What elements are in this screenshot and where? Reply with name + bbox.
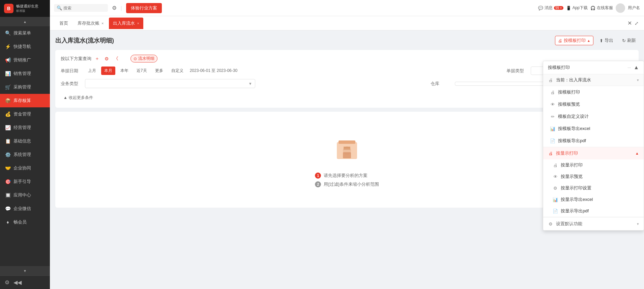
sidebar-bottom: ⚙ ◀◀ bbox=[0, 275, 50, 289]
dropdown-item-template-pdf[interactable]: 📄 按模板导出pdf bbox=[543, 135, 644, 147]
scroll-up-arrow[interactable]: ▲ bbox=[23, 19, 27, 24]
filter-collapse-icon[interactable]: 《 bbox=[112, 55, 120, 62]
sidebar-item-wechat[interactable]: 💬 企业微信 bbox=[0, 202, 50, 215]
filter-tag-group: ⊙ 流水明细 bbox=[130, 55, 157, 62]
sidebar-item-quicknav[interactable]: ⚡ 快捷导航 bbox=[0, 40, 50, 53]
sidebar-item-sales[interactable]: 📊 销售管理 bbox=[0, 67, 50, 80]
avatar[interactable] bbox=[616, 3, 625, 13]
sidebar-item-label: 基础信息 bbox=[13, 138, 31, 144]
tab-batch-label: 库存批次账 bbox=[78, 20, 99, 26]
current-printer-icon: 🖨 bbox=[548, 77, 553, 83]
tab-batch[interactable]: 库存批次账 × bbox=[74, 18, 108, 29]
dropdown-item-display-excel[interactable]: 📊 按显示导出excel bbox=[543, 194, 644, 205]
template-excel-icon: 📊 bbox=[550, 126, 555, 131]
header-service[interactable]: 🎧 在线客服 bbox=[590, 5, 613, 11]
filter-label-group: 按以下方案查询 ＋ ⚙ 《 bbox=[61, 55, 120, 62]
sidebar-collapse-icon[interactable]: ◀◀ bbox=[13, 279, 22, 286]
sidebar-item-basics[interactable]: 📋 基础信息 bbox=[0, 134, 50, 148]
sidebar-scroll: 🔍 搜索菜单 ⚡ 快捷导航 📢 营销推广 📊 销售管理 🛒 采购管理 📦 库存核… bbox=[0, 26, 50, 266]
header-search-box[interactable]: 🔍 bbox=[54, 4, 108, 12]
page-actions: 🖨 按模板打印 ▲ ⬆ 导出 ↻ 刷新 bbox=[555, 36, 639, 45]
biz-select[interactable]: ▾ bbox=[85, 79, 255, 88]
sidebar-logo: B 畅捷通好生意 标准版 bbox=[0, 0, 50, 17]
printer-icon: 🖨 bbox=[558, 38, 562, 43]
search-icon: 🔍 bbox=[57, 5, 62, 10]
display-excel-label: 按显示导出excel bbox=[561, 196, 593, 203]
sidebar-item-vip[interactable]: ♦ 畅会员 bbox=[0, 215, 50, 229]
scroll-down-arrow[interactable]: ▼ bbox=[23, 268, 27, 273]
tab-flow-close[interactable]: × bbox=[137, 21, 139, 25]
display-section-header[interactable]: 🖨 按显示打印 ▲ bbox=[543, 147, 644, 159]
print-template-button[interactable]: 🖨 按模板打印 ▲ bbox=[555, 36, 593, 45]
sidebar-item-label: 企业协同 bbox=[13, 165, 31, 171]
quicknav-icon: ⚡ bbox=[5, 44, 11, 50]
sidebar-item-finance[interactable]: 💰 资金管理 bbox=[0, 107, 50, 121]
header-app-download[interactable]: 📱 App下载 bbox=[566, 5, 588, 11]
dropdown-item-display-print[interactable]: 🖨 按显示打印 bbox=[543, 159, 644, 171]
sidebar-item-apps[interactable]: 🔲 应用中心 bbox=[0, 188, 50, 202]
svg-rect-3 bbox=[343, 152, 351, 158]
sidebar-item-label: 库存核算 bbox=[13, 98, 31, 104]
sidebar-item-search[interactable]: 🔍 搜索菜单 bbox=[0, 26, 50, 40]
empty-step-1: 1 请先选择要分析的方案 bbox=[315, 173, 379, 179]
dropdown-footer[interactable]: ⚙ 设置默认功能 ▾ bbox=[543, 217, 644, 230]
dropdown-item-template-print[interactable]: 🖨 按模板打印 bbox=[543, 86, 644, 98]
trial-button[interactable]: 体验行业方案 bbox=[126, 3, 162, 13]
type-label: 单据类型 bbox=[506, 68, 527, 74]
dropdown-current-section[interactable]: 🖨 当前：出入库流水 ▾ bbox=[543, 74, 644, 86]
template-custom-label: 模板自定义设计 bbox=[558, 113, 589, 120]
sidebar-item-system[interactable]: ⚙️ 系统管理 bbox=[0, 148, 50, 161]
sidebar-item-business[interactable]: 📈 经营管理 bbox=[0, 121, 50, 134]
tab-flow[interactable]: 出入库流水 × bbox=[109, 18, 143, 29]
sidebar-item-inventory[interactable]: 📦 库存核算 bbox=[0, 94, 50, 107]
dropdown-item-display-pdf[interactable]: 📄 按显示导出pdf bbox=[543, 205, 644, 217]
sidebar-item-marketing[interactable]: 📢 营销推广 bbox=[0, 53, 50, 67]
sidebar-item-label: 应用中心 bbox=[13, 192, 31, 198]
top-header: 🔍 ⚙ | 体验行业方案 💬 消息 99 + 📱 App下载 🎧 在线客服 用户… bbox=[50, 0, 644, 16]
dropdown-item-display-preview[interactable]: 👁 按显示预览 bbox=[543, 171, 644, 182]
tab-close-all-icon[interactable]: ✕ bbox=[627, 20, 632, 26]
header-message[interactable]: 💬 消息 99 + bbox=[538, 5, 563, 11]
header-gear-icon[interactable]: ⚙ bbox=[111, 3, 118, 12]
export-icon: ⬆ bbox=[599, 38, 603, 43]
tab-home[interactable]: 首页 bbox=[55, 18, 72, 29]
date-btn-this-month[interactable]: 本月 bbox=[101, 67, 115, 75]
dropdown-item-template-custom[interactable]: ✏ 模板自定义设计 bbox=[543, 110, 644, 123]
filter-active-tag[interactable]: ⊙ 流水明细 bbox=[130, 55, 157, 62]
filter-settings-icon[interactable]: ⚙ bbox=[103, 55, 110, 62]
collapse-button[interactable]: ▲ 收起更多条件 bbox=[61, 92, 96, 103]
date-btn-last-month[interactable]: 上月 bbox=[85, 67, 99, 75]
sidebar-item-guide[interactable]: 🎯 新手引导 bbox=[0, 175, 50, 188]
export-label: 导出 bbox=[605, 37, 613, 44]
refresh-button[interactable]: ↻ 刷新 bbox=[619, 36, 639, 45]
sidebar-item-corp[interactable]: 🤝 企业协同 bbox=[0, 161, 50, 175]
dropdown-item-template-preview[interactable]: 👁 按模板预览 bbox=[543, 98, 644, 110]
search-input[interactable] bbox=[63, 6, 105, 10]
guide-icon: 🎯 bbox=[5, 179, 11, 185]
service-label: 在线客服 bbox=[597, 5, 613, 11]
date-btn-custom[interactable]: 自定义 bbox=[168, 67, 186, 75]
username[interactable]: 用户名 bbox=[628, 5, 640, 11]
tab-expand-icon[interactable]: ⤢ bbox=[635, 21, 639, 26]
export-button[interactable]: ⬆ 导出 bbox=[597, 36, 616, 45]
dropdown-more-icon[interactable]: ··· bbox=[627, 65, 631, 70]
date-btn-more[interactable]: 更多 bbox=[152, 67, 166, 75]
sidebar-item-purchase[interactable]: 🛒 采购管理 bbox=[0, 80, 50, 94]
tab-batch-close[interactable]: × bbox=[101, 21, 104, 25]
dropdown-item-template-excel[interactable]: 📊 按模板导出excel bbox=[543, 123, 644, 135]
logo-text-group: 畅捷通好生意 标准版 bbox=[16, 4, 38, 13]
sidebar-settings-icon[interactable]: ⚙ bbox=[5, 279, 9, 286]
date-btn-this-year[interactable]: 本年 bbox=[117, 67, 131, 75]
dropdown-close-button[interactable]: ▲ bbox=[634, 65, 639, 70]
display-preview-label: 按显示预览 bbox=[561, 174, 583, 180]
filter-add-icon[interactable]: ＋ bbox=[93, 55, 101, 62]
dropdown-header-actions: ··· ▲ bbox=[627, 65, 639, 70]
dropdown-item-display-settings[interactable]: ⚙ 按显示打印设置 bbox=[543, 182, 644, 194]
step2-num: 2 bbox=[315, 181, 321, 187]
warehouse-label: 仓库 bbox=[431, 81, 451, 87]
date-btn-7days[interactable]: 近7天 bbox=[134, 67, 150, 75]
biz-chevron: ▾ bbox=[249, 81, 252, 86]
sidebar-item-label: 经营管理 bbox=[13, 125, 31, 131]
chevron-up-icon: ▲ bbox=[587, 39, 590, 43]
display-section-header-content: 🖨 按显示打印 bbox=[548, 150, 578, 156]
